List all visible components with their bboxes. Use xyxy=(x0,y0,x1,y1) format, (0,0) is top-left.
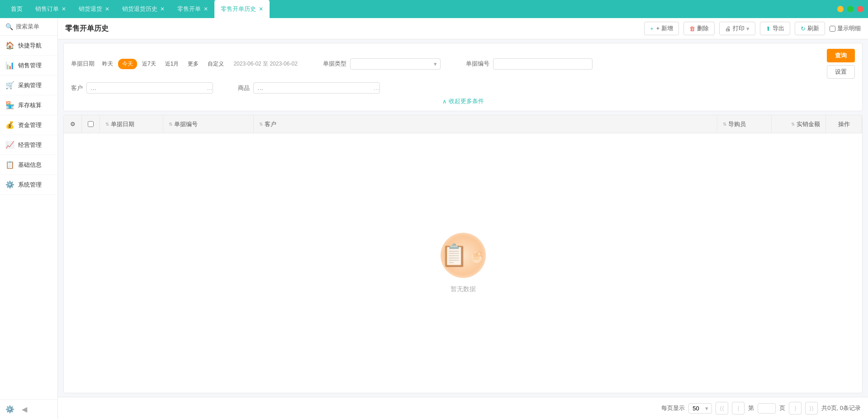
sidebar: 🔍 搜索菜单 🏠 快捷导航 📊 销售管理 🛒 采购管理 🏪 库存核算 💰 资金管… xyxy=(0,18,58,419)
sidebar-item-finance[interactable]: 💰 资金管理 xyxy=(0,115,57,135)
next-page-button[interactable]: ⟩ xyxy=(789,402,802,414)
sidebar-item-purchase-mgmt[interactable]: 🛒 采购管理 xyxy=(0,75,57,95)
sort-guide-icon: ⇅ xyxy=(723,122,726,127)
delete-button[interactable]: 🗑 删除 xyxy=(683,22,715,35)
order-no-input[interactable] xyxy=(493,58,593,70)
svg-point-7 xyxy=(475,258,476,259)
customer-input[interactable] xyxy=(86,82,213,94)
goods-ellipsis-icon[interactable]: … xyxy=(374,85,379,91)
finance-icon: 💰 xyxy=(5,121,14,129)
select-all-checkbox[interactable] xyxy=(88,121,94,127)
date-btn-yesterday[interactable]: 昨天 xyxy=(98,59,117,69)
goods-input[interactable] xyxy=(253,82,380,94)
purchase-icon: 🛒 xyxy=(5,81,14,89)
date-filter-label: 单据日期 xyxy=(71,60,95,68)
prev-page-button[interactable]: ⟨ xyxy=(732,402,745,414)
tab-retail-open-history[interactable]: 零售开单历史 ✕ xyxy=(214,0,270,18)
empty-text: 暂无数据 xyxy=(451,285,476,293)
svg-point-8 xyxy=(476,258,477,259)
th-amount[interactable]: ⇅ 实销金额 xyxy=(772,115,826,133)
tab-sales-return[interactable]: 销货退货 ✕ xyxy=(72,0,116,18)
th-checkbox[interactable] xyxy=(82,115,100,133)
page-number-input[interactable]: 1 xyxy=(758,403,776,414)
pagination: 每页显示 50 10 20 100 ⟨⟨ ⟨ 第 1 页 ⟩ ⟩⟩ 共0页, 0… xyxy=(58,397,868,419)
tab-close-retail-open-history[interactable]: ✕ xyxy=(259,6,263,12)
sidebar-item-sales-mgmt[interactable]: 📊 销售管理 xyxy=(0,56,57,75)
sidebar-item-inventory[interactable]: 🏪 库存核算 xyxy=(0,95,57,115)
first-page-button[interactable]: ⟨⟨ xyxy=(716,402,728,414)
settings-button[interactable]: 设置 xyxy=(827,65,855,79)
page-size-select[interactable]: 50 10 20 100 xyxy=(688,403,712,414)
operations-icon: 📈 xyxy=(5,141,14,149)
tab-close-sales-return[interactable]: ✕ xyxy=(105,6,109,12)
print-button[interactable]: 🖨 打印 ▾ xyxy=(719,22,755,35)
home-icon: 🏠 xyxy=(5,41,14,50)
search-icon: 🔍 xyxy=(5,23,13,30)
display-detail-toggle[interactable]: 显示明细 xyxy=(830,24,861,33)
sidebar-item-base-info[interactable]: 📋 基础信息 xyxy=(0,155,57,175)
delete-icon: 🗑 xyxy=(689,25,695,32)
toolbar: 零售开单历史 + + 新增 🗑 删除 🖨 打印 ▾ ⬆ 导出 xyxy=(58,18,868,39)
display-detail-checkbox[interactable] xyxy=(830,26,835,32)
date-btn-more[interactable]: 更多 xyxy=(184,59,203,69)
tab-retail-open[interactable]: 零售开单 ✕ xyxy=(171,0,214,18)
date-btn-last1month[interactable]: 近1月 xyxy=(161,59,183,69)
th-customer[interactable]: ⇅ 客户 xyxy=(254,115,717,133)
tab-sales-order[interactable]: 销售订单 ✕ xyxy=(29,0,72,18)
export-button[interactable]: ⬆ 导出 xyxy=(760,22,790,35)
order-type-label: 单据类型 xyxy=(323,60,346,68)
th-guide[interactable]: ⇅ 导购员 xyxy=(717,115,772,133)
collapse-filter-button[interactable]: ∧ 收起更多条件 xyxy=(442,97,484,105)
window-maximize[interactable] xyxy=(847,6,854,12)
customer-label: 客户 xyxy=(71,84,83,92)
sidebar-item-quick-nav[interactable]: 🏠 快捷导航 xyxy=(0,36,57,56)
th-operation: 操作 xyxy=(826,115,862,133)
sidebar-bottom: ⚙️ ◀ xyxy=(0,399,57,419)
chevron-up-icon: ∧ xyxy=(442,98,447,105)
sidebar-collapse-icon[interactable]: ◀ xyxy=(22,405,27,414)
window-minimize[interactable] xyxy=(837,6,844,12)
order-type-filter-item: 单据类型 xyxy=(323,58,441,70)
sort-amount-icon: ⇅ xyxy=(791,122,795,127)
refresh-icon: ↻ xyxy=(801,25,806,32)
query-button[interactable]: 查询 xyxy=(827,49,855,62)
window-controls xyxy=(837,6,863,12)
th-settings[interactable]: ⚙ xyxy=(64,115,82,133)
tab-close-sales-order[interactable]: ✕ xyxy=(62,6,66,12)
sidebar-item-system[interactable]: ⚙️ 系统管理 xyxy=(0,175,57,195)
filter-row-1: 单据日期 昨天 今天 近7天 近1月 更多 自定义 2023-06-02 至 2… xyxy=(71,49,855,79)
svg-point-9 xyxy=(477,258,478,259)
system-icon: ⚙️ xyxy=(5,180,14,189)
date-btn-last7[interactable]: 近7天 xyxy=(138,59,160,69)
th-order-no[interactable]: ⇅ 单据编号 xyxy=(163,115,254,133)
table-container: ⚙ ⇅ 单据日期 ⇅ 单据编号 ⇅ 客户 ⇅ xyxy=(63,115,863,393)
last-page-button[interactable]: ⟩⟩ xyxy=(805,402,818,414)
goods-label: 商品 xyxy=(238,84,250,92)
export-icon: ⬆ xyxy=(766,25,771,32)
main-layout: 🔍 搜索菜单 🏠 快捷导航 📊 销售管理 🛒 采购管理 🏪 库存核算 💰 资金管… xyxy=(0,18,868,419)
filter-row-2: 客户 … 商品 … xyxy=(71,82,855,94)
sidebar-item-operations[interactable]: 📈 经营管理 xyxy=(0,135,57,155)
filter-panel: 单据日期 昨天 今天 近7天 近1月 更多 自定义 2023-06-02 至 2… xyxy=(63,43,863,111)
order-no-label: 单据编号 xyxy=(466,60,489,68)
add-button[interactable]: + + 新增 xyxy=(644,22,679,35)
base-info-icon: 📋 xyxy=(5,160,14,169)
customer-ellipsis-icon[interactable]: … xyxy=(207,85,213,91)
sidebar-settings-icon[interactable]: ⚙️ xyxy=(5,405,14,414)
date-filter-buttons: 昨天 今天 近7天 近1月 更多 自定义 xyxy=(98,59,228,69)
tab-home[interactable]: 首页 xyxy=(5,0,29,18)
tab-close-sales-return-history[interactable]: ✕ xyxy=(160,6,165,12)
window-close[interactable] xyxy=(857,6,863,12)
order-type-select[interactable] xyxy=(350,58,441,70)
date-btn-custom[interactable]: 自定义 xyxy=(204,59,228,69)
refresh-button[interactable]: ↻ 刷新 xyxy=(795,22,825,35)
tab-close-retail-open[interactable]: ✕ xyxy=(204,6,208,12)
tab-sales-return-history[interactable]: 销货退货历史 ✕ xyxy=(116,0,171,18)
total-info: 共0页, 0条记录 xyxy=(821,404,861,412)
th-date[interactable]: ⇅ 单据日期 xyxy=(100,115,163,133)
settings-gear-icon: ⚙ xyxy=(70,121,76,127)
sidebar-search[interactable]: 🔍 搜索菜单 xyxy=(0,18,57,36)
sort-date-icon: ⇅ xyxy=(105,122,109,127)
date-btn-today[interactable]: 今天 xyxy=(118,59,137,69)
date-filter-item: 单据日期 昨天 今天 近7天 近1月 更多 自定义 2023-06-02 至 2… xyxy=(71,59,298,69)
